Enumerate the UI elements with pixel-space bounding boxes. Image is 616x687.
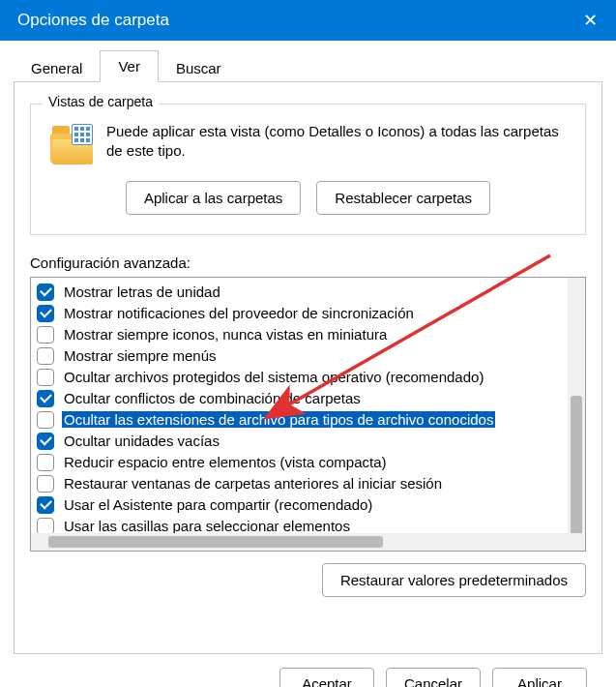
checkbox[interactable] (37, 411, 54, 429)
list-item-label: Ocultar las extensiones de archivo para … (62, 411, 495, 428)
titlebar[interactable]: Opciones de carpeta ✕ (0, 0, 616, 41)
list-item-label: Restaurar ventanas de carpetas anteriore… (62, 475, 444, 492)
list-item[interactable]: Ocultar las extensiones de archivo para … (37, 409, 568, 431)
checkbox[interactable] (37, 284, 54, 301)
list-item-label: Usar el Asistente para compartir (recome… (62, 496, 374, 513)
checkbox[interactable] (37, 454, 54, 471)
close-icon[interactable]: ✕ (575, 10, 604, 31)
list-item[interactable]: Reducir espacio entre elementos (vista c… (37, 452, 568, 473)
list-item[interactable]: Mostrar letras de unidad (37, 282, 568, 303)
reset-folders-button[interactable]: Restablecer carpetas (316, 181, 490, 215)
checkbox[interactable] (37, 326, 54, 344)
client-area: General Ver Buscar Vistas de carpeta Pue… (0, 41, 616, 687)
list-item[interactable]: Ocultar archivos protegidos del sistema … (37, 367, 568, 388)
list-item-label: Ocultar conflictos de combinación de car… (62, 390, 363, 406)
horizontal-scrollbar[interactable] (31, 533, 568, 551)
checkbox[interactable] (37, 475, 54, 493)
vertical-scrollbar[interactable] (568, 278, 585, 533)
apply-to-folders-button[interactable]: Aplicar a las carpetas (126, 181, 301, 215)
group-title: Vistas de carpeta (43, 94, 159, 109)
tab-ver[interactable]: Ver (100, 50, 159, 82)
vertical-scroll-thumb[interactable] (571, 396, 582, 541)
list-item[interactable]: Usar las casillas para seleccionar eleme… (37, 516, 568, 533)
tabpage-ver: Vistas de carpeta Puede aplicar esta vis… (14, 81, 602, 654)
apply-button[interactable]: Aplicar (492, 668, 587, 687)
list-item-label: Mostrar siempre menús (62, 347, 219, 364)
advanced-listbox[interactable]: Mostrar letras de unidadMostrar notifica… (30, 277, 586, 552)
tab-strip: General Ver Buscar (14, 50, 602, 81)
checkbox[interactable] (37, 369, 54, 386)
list-item[interactable]: Mostrar siempre menús (37, 345, 568, 367)
tab-buscar[interactable]: Buscar (159, 54, 239, 82)
list-item[interactable]: Ocultar unidades vacías (37, 431, 568, 452)
checkbox[interactable] (37, 347, 54, 365)
advanced-label: Configuración avanzada: (30, 254, 586, 271)
list-item[interactable]: Mostrar siempre iconos, nunca vistas en … (37, 324, 568, 345)
restore-defaults-button[interactable]: Restaurar valores predeterminados (322, 563, 586, 597)
list-item-label: Ocultar archivos protegidos del sistema … (62, 369, 485, 385)
list-item-label: Mostrar letras de unidad (62, 284, 222, 300)
horizontal-scroll-thumb[interactable] (48, 536, 383, 548)
group-text: Puede aplicar esta vista (como Detalles … (106, 122, 566, 162)
list-item-label: Mostrar notificaciones del proveedor de … (62, 305, 416, 321)
list-item-label: Ocultar unidades vacías (62, 433, 221, 449)
checkbox[interactable] (37, 518, 54, 533)
folder-icon (50, 122, 93, 162)
folder-views-group: Vistas de carpeta Puede aplicar esta vis… (30, 104, 586, 235)
checkbox[interactable] (37, 433, 54, 450)
list-item[interactable]: Ocultar conflictos de combinación de car… (37, 388, 568, 409)
list-item-label: Mostrar siempre iconos, nunca vistas en … (62, 326, 389, 343)
cancel-button[interactable]: Cancelar (386, 668, 481, 687)
dialog-footer: Aceptar Cancelar Aplicar (14, 654, 602, 687)
tab-general[interactable]: General (14, 54, 100, 82)
list-item[interactable]: Usar el Asistente para compartir (recome… (37, 494, 568, 516)
scroll-corner (568, 533, 585, 551)
window-title: Opciones de carpeta (17, 11, 169, 30)
list-item-label: Reducir espacio entre elementos (vista c… (62, 454, 389, 470)
list-item[interactable]: Mostrar notificaciones del proveedor de … (37, 303, 568, 324)
list-item[interactable]: Restaurar ventanas de carpetas anteriore… (37, 473, 568, 494)
checkbox[interactable] (37, 390, 54, 407)
checkbox[interactable] (37, 305, 54, 322)
checkbox[interactable] (37, 496, 54, 514)
ok-button[interactable]: Aceptar (279, 668, 374, 687)
list-item-label: Usar las casillas para seleccionar eleme… (62, 518, 352, 533)
